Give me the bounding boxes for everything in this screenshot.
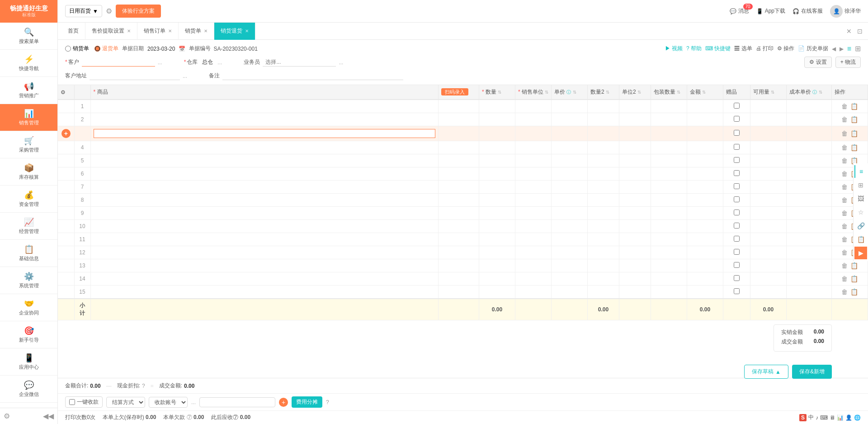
sidebar-item-quick-nav[interactable]: ⚡ 快捷导航	[0, 50, 57, 77]
gift-cell[interactable]	[723, 272, 750, 286]
amount-cell[interactable]	[687, 167, 723, 181]
qty2-cell[interactable]	[588, 167, 619, 181]
tab-close-icon[interactable]: ✕	[245, 29, 249, 33]
rs-copy-icon[interactable]: 📋	[854, 233, 867, 246]
copy-row-icon[interactable]: 📋	[850, 103, 858, 110]
amount-cell[interactable]	[687, 207, 723, 220]
rs-table-icon[interactable]: ≡	[854, 165, 867, 178]
amount-cell[interactable]	[687, 154, 723, 167]
gift-cell[interactable]	[723, 141, 750, 154]
qty-cell[interactable]	[479, 207, 515, 220]
add-row-button[interactable]: +	[61, 129, 71, 138]
unit-sort-icon[interactable]: ⇅	[545, 90, 548, 95]
logistics-button[interactable]: + 物流	[835, 57, 861, 68]
cost-sort-icon[interactable]: ⇅	[819, 90, 822, 95]
price-cell[interactable]	[552, 246, 588, 259]
maximize-icon[interactable]: ⊡	[855, 27, 864, 36]
amount-sort-icon[interactable]: ⇅	[702, 90, 706, 95]
unit2-cell[interactable]	[619, 259, 651, 272]
settle-method-select[interactable]: 结算方式	[106, 397, 145, 408]
radio-return-input[interactable]	[94, 46, 100, 52]
sidebar-item-member[interactable]: V 畅会员	[0, 403, 57, 408]
calendar-icon[interactable]: 📅	[179, 46, 185, 52]
row-gear-cell[interactable]: +	[58, 126, 74, 141]
unit2-cell[interactable]	[619, 154, 651, 167]
sale-unit-cell[interactable]	[515, 100, 552, 113]
gift-checkbox[interactable]	[734, 157, 740, 163]
gift-checkbox[interactable]	[734, 262, 740, 268]
experience-button[interactable]: 体验行业方案	[116, 5, 161, 18]
pack-qty-cell[interactable]	[651, 207, 687, 220]
sale-unit-cell[interactable]	[515, 181, 552, 194]
gift-cell[interactable]	[723, 246, 750, 259]
qty2-cell[interactable]	[588, 207, 619, 220]
product-cell[interactable]	[90, 100, 439, 113]
delete-row-icon[interactable]: 🗑	[841, 144, 848, 151]
pack-qty-cell[interactable]	[651, 286, 687, 299]
dropdown-arrow-icon[interactable]: ▲	[775, 369, 781, 375]
qty2-cell[interactable]	[588, 272, 619, 286]
pack-qty-cell[interactable]	[651, 194, 687, 207]
delete-row-icon[interactable]: 🗑	[841, 249, 848, 256]
product-cell[interactable]	[90, 167, 439, 181]
amount-input[interactable]	[199, 397, 275, 407]
gift-checkbox[interactable]	[734, 223, 740, 229]
amount-cell[interactable]	[687, 113, 723, 126]
grid-view-icon[interactable]: ⊞	[855, 44, 861, 53]
pack-qty-cell[interactable]	[651, 167, 687, 181]
product-cell[interactable]	[90, 194, 439, 207]
settings-button[interactable]: ⚙ 设置	[804, 57, 831, 68]
copy-row-icon[interactable]: 📋	[850, 262, 858, 269]
sidebar-item-basic-info[interactable]: 📋 基础信息	[0, 240, 57, 267]
sale-unit-cell[interactable]	[515, 259, 552, 272]
rs-link-icon[interactable]: 🔗	[854, 219, 867, 232]
gift-cell[interactable]	[723, 154, 750, 167]
price-cell[interactable]	[552, 126, 588, 141]
sale-unit-cell[interactable]	[515, 272, 552, 286]
delete-row-icon[interactable]: 🗑	[841, 196, 848, 204]
unit2-sort-icon[interactable]: ⇅	[637, 90, 641, 95]
fee-help-icon[interactable]: ?	[326, 399, 329, 405]
gift-checkbox[interactable]	[734, 116, 740, 122]
status-globe-icon[interactable]: 🌐	[854, 414, 861, 421]
qty-cell[interactable]	[479, 246, 515, 259]
qty2-cell[interactable]	[588, 181, 619, 194]
delete-row-icon[interactable]: 🗑	[841, 130, 848, 137]
save-draft-button[interactable]: 保存草稿 ▲	[744, 365, 788, 379]
customer-select-dots[interactable]: ...	[158, 59, 162, 66]
sidebar-item-finance[interactable]: 💰 资金管理	[0, 186, 57, 213]
rs-orange-action[interactable]: ▶	[854, 247, 867, 259]
sale-unit-cell[interactable]	[515, 113, 552, 126]
qty-cell[interactable]	[479, 181, 515, 194]
sidebar-item-system[interactable]: ⚙️ 系统管理	[0, 267, 57, 294]
qty2-cell[interactable]	[588, 126, 619, 141]
unit2-cell[interactable]	[619, 194, 651, 207]
sidebar-item-wechat[interactable]: 💬 企业微信	[0, 376, 57, 403]
price-cell[interactable]	[552, 154, 588, 167]
app-download-button[interactable]: 📱 App下载	[756, 7, 785, 15]
gift-checkbox[interactable]	[734, 196, 740, 202]
delete-row-icon[interactable]: 🗑	[841, 262, 848, 269]
gear-settings-icon[interactable]: ⚙	[106, 7, 112, 15]
tab-sales-order[interactable]: 销售订单 ✕	[137, 23, 179, 40]
list-view-icon[interactable]: ≡	[847, 45, 851, 53]
price-cell[interactable]	[552, 100, 588, 113]
qty-cell[interactable]	[479, 167, 515, 181]
unit2-cell[interactable]	[619, 286, 651, 299]
sidebar-item-sales[interactable]: 📊 销售管理	[0, 104, 57, 131]
account-dots[interactable]: ...	[191, 399, 196, 405]
note-input[interactable]	[222, 71, 403, 80]
copy-row-icon[interactable]: 📋	[850, 130, 858, 137]
close-tab-icon[interactable]: ✕	[844, 27, 854, 36]
product-cell[interactable]	[90, 126, 439, 141]
gift-cell[interactable]	[723, 207, 750, 220]
amount-cell[interactable]	[687, 259, 723, 272]
gift-cell[interactable]	[723, 220, 750, 233]
sidebar-item-marketing[interactable]: 📢 营销推广	[0, 77, 57, 104]
gift-checkbox[interactable]	[734, 210, 740, 215]
qty2-cell[interactable]	[588, 286, 619, 299]
save-new-button[interactable]: 保存&新增	[792, 365, 832, 379]
cost-info-icon[interactable]: ⓘ	[812, 90, 817, 95]
price-cell[interactable]	[552, 167, 588, 181]
qty-cell[interactable]	[479, 100, 515, 113]
